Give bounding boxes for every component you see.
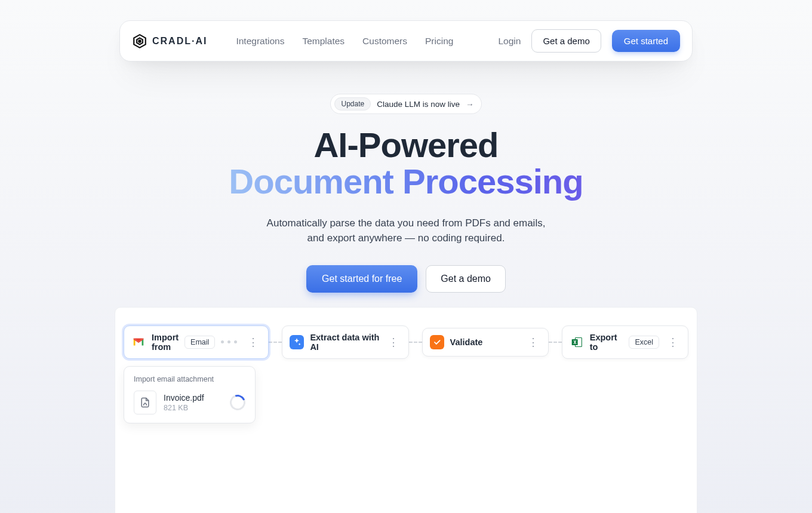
update-text: Claude LLM is now live — [377, 100, 460, 109]
workflow-step-export[interactable]: Export to Excel ⋮ — [562, 325, 688, 359]
hero-title-line2: Document Processing — [229, 162, 583, 201]
loading-spinner-icon — [227, 392, 248, 413]
step-title: Import from — [152, 333, 179, 352]
more-icon[interactable]: ⋮ — [386, 336, 401, 349]
more-icon[interactable]: ⋮ — [525, 336, 541, 349]
import-source-chip: Email — [184, 336, 215, 349]
hero: Update Claude LLM is now live → AI-Power… — [0, 94, 812, 293]
login-link[interactable]: Login — [498, 36, 521, 47]
connector — [269, 342, 282, 343]
pdf-file-icon — [134, 391, 156, 414]
nav-templates[interactable]: Templates — [302, 36, 345, 47]
connector — [549, 342, 562, 343]
file-name: Invoice.pdf — [164, 393, 204, 403]
nav-integrations[interactable]: Integrations — [236, 36, 284, 47]
step-title: Extract data with AI — [310, 333, 379, 352]
update-pill[interactable]: Update Claude LLM is now live → — [330, 94, 481, 114]
shield-check-icon — [430, 335, 444, 349]
get-started-button[interactable]: Get started — [612, 30, 680, 52]
hexagon-icon — [132, 33, 147, 49]
top-nav: CRADL·AI Integrations Templates Customer… — [119, 20, 693, 62]
hero-subtitle: Automatically parse the data you need fr… — [12, 216, 800, 246]
nav-links: Integrations Templates Customers Pricing — [236, 36, 453, 47]
step-progress-dots — [221, 340, 237, 343]
file-size: 821 KB — [164, 404, 204, 412]
export-dest-chip: Excel — [629, 336, 659, 349]
more-icon[interactable]: ⋮ — [665, 336, 681, 349]
more-icon[interactable]: ⋮ — [245, 336, 261, 349]
detail-header: Import email attachment — [134, 375, 245, 383]
hero-get-demo-button[interactable]: Get a demo — [426, 265, 506, 293]
import-detail-card: Import email attachment Invoice.pdf 821 … — [124, 366, 256, 423]
get-demo-button[interactable]: Get a demo — [531, 29, 601, 53]
svg-point-2 — [139, 40, 140, 42]
step-title: Validate — [450, 337, 483, 347]
workflow-step-validate[interactable]: Validate ⋮ — [422, 328, 549, 357]
gmail-icon — [131, 335, 146, 349]
hero-title-line1: AI-Powered — [313, 125, 498, 164]
connector — [409, 342, 422, 343]
brand-name: CRADL·AI — [152, 36, 207, 47]
excel-icon — [570, 335, 584, 349]
brand-logo[interactable]: CRADL·AI — [132, 33, 207, 49]
nav-pricing[interactable]: Pricing — [425, 36, 453, 47]
update-badge: Update — [334, 97, 371, 110]
hero-get-started-button[interactable]: Get started for free — [306, 265, 417, 293]
workflow-step-import[interactable]: Import from Email ⋮ — [124, 325, 269, 359]
arrow-right-icon: → — [466, 100, 474, 109]
step-title: Export to — [590, 333, 623, 352]
nav-customers[interactable]: Customers — [362, 36, 407, 47]
hero-title: AI-Powered Document Processing — [12, 127, 800, 200]
workflow-canvas: Import from Email ⋮ Extract data with AI… — [115, 307, 697, 513]
workflow-step-extract[interactable]: Extract data with AI ⋮ — [282, 325, 408, 359]
sparkle-icon — [290, 335, 304, 349]
